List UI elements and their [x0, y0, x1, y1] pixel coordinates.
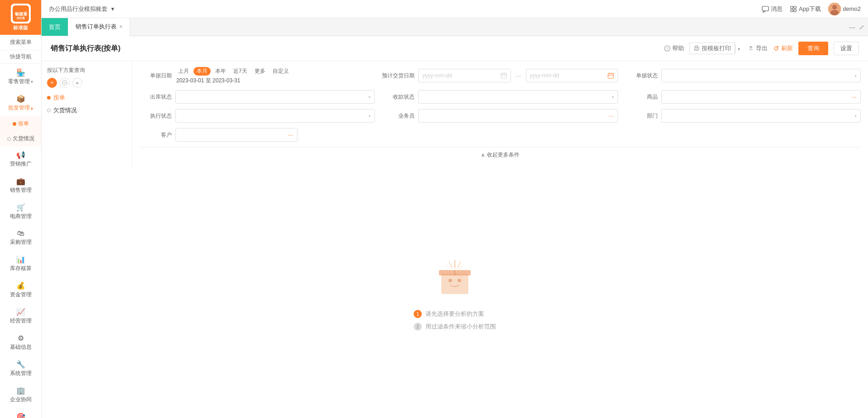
field-exec-status: 执行状态 ▾ [139, 109, 375, 123]
sidebar-sub-item-debt[interactable]: 欠货情况 [0, 131, 41, 146]
sidebar-item-inventory[interactable]: 📊 库存核算 [0, 251, 41, 277]
svg-line-31 [458, 262, 460, 268]
breadcrumb-text: 办公用品行业模拟账套 [49, 5, 108, 13]
sub-item-debt-label: 欠货情况 [13, 135, 34, 142]
date-quick-btns: 上月 本月 本年 近7天 更多 自定义 [175, 66, 375, 76]
scheme-item-order[interactable]: 按单 [47, 91, 126, 104]
user-profile-btn[interactable]: demo2 [828, 3, 861, 15]
tab-home[interactable]: 首页 [42, 18, 68, 36]
goods-dots-icon[interactable]: ··· [851, 93, 857, 100]
date-end-placeholder: yyyy-mm-dd [530, 72, 559, 79]
exec-status-select[interactable]: ▾ [175, 109, 375, 123]
date-7days-btn[interactable]: 近7天 [231, 66, 250, 76]
sidebar-item-ecommerce-label: 电商管理 [10, 213, 32, 220]
field-goods: 商品 ··· [625, 90, 861, 104]
collapse-icon: « [76, 80, 79, 86]
sidebar-item-ecommerce[interactable]: 🛒 电商管理 [0, 199, 41, 225]
goods-input[interactable]: ··· [661, 90, 861, 104]
page-header: 销售订单执行表(按单) ? 帮助 [42, 36, 868, 61]
scheme-item-debt[interactable]: 欠货情况 [47, 104, 126, 117]
collapse-conditions-btn[interactable]: ∧ 收起更多条件 [139, 147, 861, 162]
tab-maximize-icon[interactable]: ⤢ [859, 24, 864, 31]
delivery-chevron-icon: ▾ [368, 95, 371, 100]
svg-point-10 [830, 10, 839, 15]
sidebar-sub-item-order[interactable]: 按单 [0, 116, 41, 131]
filter-scheme-title: 按以下方案查询 [47, 66, 126, 74]
sidebar-item-retail[interactable]: 🏪 零售管理 ▾ [0, 64, 41, 90]
export-btn[interactable]: 导出 [748, 44, 768, 52]
tab-close-icon[interactable]: × [119, 24, 123, 30]
delivery-status-label: 出库状态 [139, 93, 172, 101]
date-prev-month-btn[interactable]: 上月 [175, 66, 192, 76]
payment-status-label: 收款状态 [382, 93, 415, 101]
sidebar-item-newbie[interactable]: 🎯 新手引导 [0, 408, 41, 418]
tab-sales-order[interactable]: 销售订单执行表 × [68, 18, 130, 36]
system-icon: 🔧 [16, 360, 25, 369]
sidebar-search-btn[interactable]: 搜索菜单 [0, 35, 41, 50]
customer-input[interactable]: ··· [175, 128, 297, 142]
sidebar-quicknav-btn[interactable]: 快捷导航 [0, 50, 41, 64]
empty-step-1: 1 请先选择要分析的方案 [414, 310, 496, 318]
print-btn[interactable]: 按模板打印 [689, 43, 735, 54]
field-department: 部门 ▾ [625, 109, 861, 123]
sidebar-item-purchase[interactable]: 🛍 采购管理 [0, 225, 41, 251]
order-status-label: 单据状态 [625, 72, 658, 80]
app-download-btn[interactable]: App下载 [790, 5, 821, 13]
print-dropdown-btn[interactable]: ▾ [735, 44, 742, 53]
tab-actions: — ⤢ [845, 18, 868, 36]
sidebar-item-basic[interactable]: ⚙ 基础信息 [0, 329, 41, 356]
svg-text:好生意: 好生意 [16, 16, 25, 19]
breadcrumb-dropdown-icon[interactable]: ▾ [111, 5, 114, 12]
help-btn[interactable]: ? 帮助 [664, 44, 684, 52]
marketing-icon: 📢 [16, 151, 25, 159]
salesperson-input[interactable]: ··· [418, 109, 618, 123]
salesperson-dots-icon[interactable]: ··· [609, 112, 614, 119]
edit-icon [62, 80, 67, 86]
app-download-icon [790, 5, 797, 13]
ecommerce-icon: 🛒 [16, 203, 25, 212]
sidebar-item-system[interactable]: 🔧 系统管理 [0, 356, 41, 382]
date-this-year-btn[interactable]: 本年 [212, 66, 229, 76]
sidebar-menu: 🏪 零售管理 ▾ 📦 批发管理 ▴ 按单 欠货情况 � [0, 64, 41, 418]
print-btn-group: 按模板打印 ▾ [689, 43, 742, 54]
payment-status-select[interactable]: ▾ [418, 90, 618, 104]
message-btn[interactable]: 消息 [762, 5, 783, 13]
sidebar-item-business[interactable]: 📈 经营管理 [0, 303, 41, 329]
department-select[interactable]: ▾ [661, 109, 861, 123]
sidebar-item-marketing[interactable]: 📢 营销推广 [0, 146, 41, 172]
date-more-btn[interactable]: 更多 [252, 66, 268, 76]
date-custom-btn[interactable]: 自定义 [270, 66, 292, 76]
logo-text: 标准版 [13, 24, 28, 31]
sidebar-item-sales[interactable]: 💼 销售管理 [0, 172, 41, 199]
sidebar-item-enterprise[interactable]: 🏢 企业协同 [0, 382, 41, 408]
sidebar-item-wholesale[interactable]: 📦 批发管理 ▴ [0, 90, 41, 116]
customer-dots-icon[interactable]: ··· [288, 131, 293, 138]
svg-rect-22 [608, 73, 613, 78]
step-1-num: 1 [414, 310, 422, 318]
order-status-select[interactable]: ▾ [661, 69, 861, 82]
collapse-scheme-btn[interactable]: « [72, 78, 82, 88]
wholesale-sub-items: 按单 欠货情况 [0, 116, 41, 146]
edit-scheme-btn[interactable] [60, 78, 70, 88]
sidebar-item-wholesale-label: 批发管理 [8, 104, 30, 112]
tab-minimize-icon[interactable]: — [849, 24, 855, 31]
avatar [828, 3, 841, 15]
filter-row-4: 客户 ··· [139, 128, 861, 142]
delivery-status-select[interactable]: ▾ [175, 90, 375, 104]
expected-date-label: 预计交货日期 [382, 72, 415, 80]
user-name-label: demo2 [843, 5, 861, 12]
goods-label: 商品 [625, 93, 658, 101]
expected-date-start-input[interactable]: yyyy-mm-dd [418, 69, 510, 82]
field-customer: 客户 ··· [139, 128, 297, 142]
refresh-btn[interactable]: 刷新 [773, 44, 793, 52]
sidebar-item-retail-label: 零售管理 [8, 78, 30, 86]
settings-btn[interactable]: 设置 [834, 42, 859, 55]
query-btn[interactable]: 查询 [798, 42, 828, 55]
add-scheme-btn[interactable]: + [47, 78, 57, 88]
date-this-month-btn[interactable]: 本月 [193, 67, 211, 76]
sidebar-logo[interactable]: 畅捷通 好生意 标准版 [0, 0, 41, 35]
sidebar-item-basic-label: 基础信息 [10, 343, 32, 351]
inventory-icon: 📊 [16, 255, 25, 264]
expected-date-end-input[interactable]: yyyy-mm-dd [526, 69, 618, 82]
sidebar-item-finance[interactable]: 💰 资金管理 [0, 277, 41, 303]
